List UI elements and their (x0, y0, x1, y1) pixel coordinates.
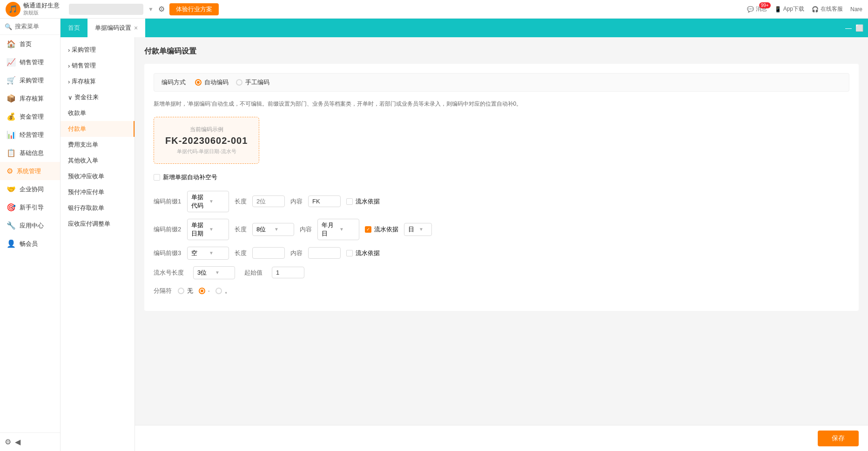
prefix1-content-input[interactable] (308, 195, 341, 207)
sidebar-item-guide[interactable]: 🎯 新手引导 (0, 198, 60, 216)
solution-button[interactable]: 体验行业方案 (169, 3, 219, 15)
minimize-icon[interactable]: — (845, 24, 852, 32)
sub-item-other-income[interactable]: 其他收入单 (61, 153, 135, 168)
sidebar-item-operations[interactable]: 📊 经营管理 (0, 126, 60, 144)
tab-close-icon[interactable]: × (134, 24, 138, 32)
prefix3-length-label: 长度 (235, 249, 247, 257)
sidebar-item-finance[interactable]: 💰 资金管理 (0, 108, 60, 126)
tab-invoice-coding[interactable]: 单据编码设置 × (87, 19, 145, 37)
separator-row: 分隔符 无 · (154, 287, 849, 295)
settings-icon[interactable]: ⚙ (5, 438, 11, 446)
sidebar-item-purchase[interactable]: 🛒 采购管理 (0, 71, 60, 89)
serial-start-input[interactable] (272, 267, 304, 278)
collapse-icon[interactable]: ◀ (15, 438, 20, 446)
sidebar-item-sales[interactable]: 📈 销售管理 (0, 53, 60, 71)
auto-fill-checkbox[interactable]: 新增单据自动补空号 (154, 173, 217, 182)
prefix3-serial-check[interactable]: 流水依据 (346, 249, 380, 257)
sidebar: 🔍 搜索菜单 🏠 首页 📈 销售管理 🛒 采购管理 📦 库存核算 💰 (0, 19, 61, 451)
sidebar-item-member[interactable]: 👤 畅会员 (0, 235, 60, 253)
sub-item-prepay-offset[interactable]: 预收冲应收单 (61, 168, 135, 184)
sub-item-payment[interactable]: 付款单 (61, 121, 135, 137)
sidebar-item-apps[interactable]: 🔧 应用中心 (0, 216, 60, 235)
sidebar-item-label: 系统管理 (17, 167, 41, 175)
sub-item-advance-pay-offset[interactable]: 预付冲应付单 (61, 184, 135, 200)
prefix2-content-select[interactable]: 年月日 ▼ (317, 219, 359, 240)
prefix1-length-label: 长度 (235, 197, 247, 206)
sub-group-inventory-title[interactable]: › 库存核算 (61, 74, 135, 89)
maximize-icon[interactable]: ⬜ (855, 24, 863, 32)
tab-home[interactable]: 首页 (61, 19, 87, 37)
auto-code-radio[interactable]: 自动编码 (195, 78, 229, 87)
prefix2-length-select[interactable]: 8位 ▼ (252, 223, 294, 236)
sub-item-bank[interactable]: 银行存取款单 (61, 200, 135, 216)
prefix3-content-input[interactable] (308, 247, 341, 259)
app-download-area[interactable]: 📱 App下载 (774, 5, 804, 13)
sep-period-radio[interactable]: 。 (215, 287, 231, 295)
sep-none-circle (178, 288, 184, 294)
sub-group-label: 库存核算 (72, 77, 96, 86)
sidebar-item-system[interactable]: ⚙ 系统管理 (0, 162, 60, 180)
sidebar-item-label: 资金管理 (20, 113, 44, 121)
prefix1-arrow-icon: ▼ (209, 199, 225, 204)
sidebar-item-home[interactable]: 🏠 首页 (0, 35, 60, 53)
user-info[interactable]: Nare (850, 6, 862, 13)
sidebar-item-label: 应用中心 (20, 222, 44, 230)
sidebar-item-label: 库存核算 (20, 94, 44, 103)
auto-code-radio-dot (197, 81, 200, 84)
prefix2-select[interactable]: 单据日期 ▼ (187, 219, 229, 240)
tab-home-label: 首页 (68, 24, 80, 32)
prefix1-select[interactable]: 单据代码 ▼ (187, 191, 229, 212)
code-preview: 当前编码示例 FK-20230602-001 单据代码-单据日期-流水号 (154, 117, 259, 164)
manual-code-radio[interactable]: 手工编码 (236, 78, 269, 87)
prefix3-label: 编码前缀3 (154, 249, 182, 257)
code-preview-sub: 单据代码-单据日期-流水号 (165, 148, 248, 155)
prefix1-row: 编码前缀1 单据代码 ▼ 长度 内容 流水依据 (154, 191, 849, 212)
page-title: 付款单编码设置 (144, 47, 859, 56)
sub-item-expense[interactable]: 费用支出单 (61, 137, 135, 153)
sub-group-label: 销售管理 (72, 61, 96, 70)
prefix3-length-input[interactable] (252, 247, 285, 259)
gear-icon[interactable]: ⚙ (158, 5, 165, 13)
sales-icon: 📈 (7, 58, 16, 67)
sub-group-funds-title[interactable]: ∨ 资金往来 (61, 89, 135, 105)
search-bar-placeholder[interactable] (69, 4, 143, 15)
prefix2-serial-unit-select[interactable]: 日 ▼ (404, 223, 432, 236)
sidebar-item-label: 基础信息 (20, 149, 44, 157)
message-icon: 💬 (747, 6, 754, 13)
message-area[interactable]: 💬 消息 99+ (747, 5, 767, 13)
sep-dot-radio[interactable]: · (199, 287, 210, 294)
prefix2-content-label: 内容 (300, 225, 312, 234)
sub-item-label: 银行存取款单 (68, 204, 104, 212)
save-button[interactable]: 保存 (818, 431, 859, 446)
sub-group-sales-title[interactable]: › 销售管理 (61, 58, 135, 74)
sub-item-ar-ap-adjust[interactable]: 应收应付调整单 (61, 216, 135, 232)
prefix1-serial-check[interactable]: 流水依据 (346, 197, 380, 206)
sub-item-receipt[interactable]: 收款单 (61, 105, 135, 121)
sep-none-radio[interactable]: 无 (178, 287, 193, 295)
prefix2-label: 编码前缀2 (154, 225, 182, 234)
serial-length-select[interactable]: 3位 ▼ (193, 266, 235, 279)
serial-length-label: 流水号长度 (154, 269, 184, 277)
prefix2-arrow-icon: ▼ (209, 227, 225, 232)
logo: 🎵 畅通道好生意 旗舰版 (6, 2, 60, 17)
sub-item-label: 其他收入单 (68, 156, 98, 165)
logo-text-block: 畅通道好生意 旗舰版 (23, 2, 60, 16)
sidebar-item-label: 首页 (20, 40, 32, 48)
sidebar-item-enterprise[interactable]: 🤝 企业协同 (0, 180, 60, 198)
prefix3-value: 空 (191, 249, 207, 257)
purchase-icon: 🛒 (7, 76, 16, 85)
prefix1-length-input[interactable] (252, 195, 285, 207)
separator-label: 分隔符 (154, 287, 172, 295)
sidebar-item-inventory[interactable]: 📦 库存核算 (0, 89, 60, 108)
sub-group-purchase-title[interactable]: › 采购管理 (61, 42, 135, 58)
prefix2-serial-check[interactable]: ✓ 流水依据 (365, 225, 398, 234)
app-download-icon: 📱 (774, 6, 781, 13)
dropdown-arrow-icon[interactable]: ▼ (148, 6, 154, 13)
sub-group-purchase: › 采购管理 (61, 42, 135, 58)
top-bar: 🎵 畅通道好生意 旗舰版 ▼ ⚙ 体验行业方案 💬 消息 99+ 📱 App下载… (0, 0, 868, 19)
sidebar-item-basics[interactable]: 📋 基础信息 (0, 144, 60, 162)
system-icon: ⚙ (7, 167, 13, 175)
prefix3-select[interactable]: 空 ▼ (187, 247, 229, 260)
sidebar-search[interactable]: 🔍 搜索菜单 (0, 19, 60, 35)
online-service-area[interactable]: 🎧 在线客服 (812, 5, 843, 13)
